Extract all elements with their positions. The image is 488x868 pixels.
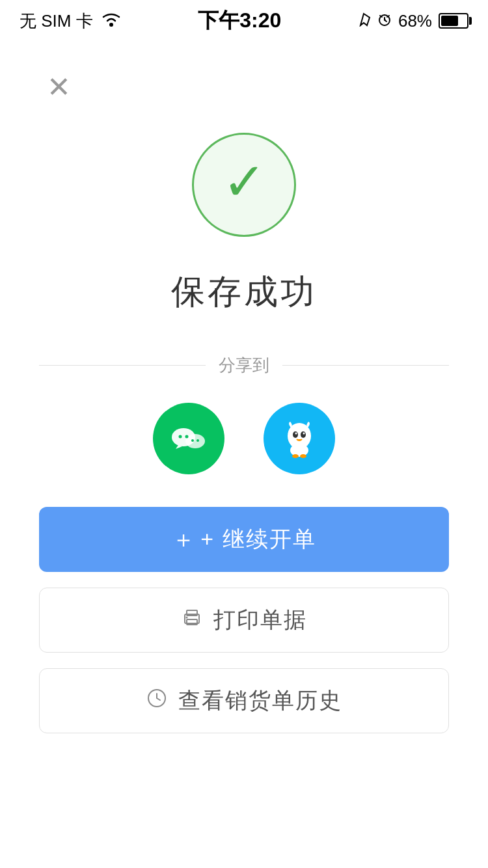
continue-button[interactable]: ＋ + 继续开单 [39,507,449,572]
share-wechat-button[interactable] [153,403,224,474]
svg-point-15 [300,454,306,458]
wechat-icon [167,416,211,461]
history-label: 查看销货单历史 [178,686,342,716]
alarm-icon [377,11,392,31]
status-bar-left: 无 SIM 卡 [20,10,123,33]
svg-point-6 [191,439,194,442]
success-section: ✓ 保存成功 [39,133,449,315]
close-icon: ✕ [47,73,71,102]
svg-point-3 [185,434,205,448]
battery-icon [439,13,468,29]
svg-point-0 [109,23,113,27]
print-icon [181,606,203,634]
share-section: 分享到 [39,354,449,474]
continue-label: + 继续开单 [200,524,316,554]
share-line-left [39,365,206,366]
svg-point-14 [292,454,299,458]
svg-point-7 [197,439,199,442]
close-button[interactable]: ✕ [39,68,78,107]
status-bar-right: 68% [357,11,468,31]
share-qq-button[interactable] [264,403,335,474]
svg-point-11 [295,433,297,435]
status-bar: 无 SIM 卡 下午3:20 68% [0,0,488,42]
history-icon [146,687,168,714]
share-line-right [282,365,449,366]
svg-point-5 [185,435,189,439]
svg-point-19 [186,617,188,619]
location-icon [357,11,371,31]
share-icons-row [39,403,449,474]
print-label: 打印单据 [213,605,307,635]
success-title: 保存成功 [171,269,317,315]
share-divider-row: 分享到 [39,354,449,377]
success-circle: ✓ [192,133,296,237]
history-button[interactable]: 查看销货单历史 [39,668,449,733]
status-bar-time: 下午3:20 [198,7,281,35]
wifi-icon [100,10,123,32]
battery-percent: 68% [398,11,432,31]
qq-icon [278,418,320,459]
battery-fill [441,16,458,26]
plus-icon: ＋ [172,524,197,556]
svg-point-13 [290,444,308,457]
svg-point-4 [179,435,182,439]
svg-point-9 [293,431,298,438]
print-button[interactable]: 打印单据 [39,588,449,653]
share-label: 分享到 [219,354,269,377]
svg-point-10 [301,431,306,438]
action-buttons: ＋ + 继续开单 打印单据 查看销货单历 [39,507,449,733]
svg-point-12 [303,433,305,435]
checkmark-icon: ✓ [223,156,266,208]
sim-label: 无 SIM 卡 [20,10,93,33]
main-content: ✕ ✓ 保存成功 分享到 [0,42,488,772]
